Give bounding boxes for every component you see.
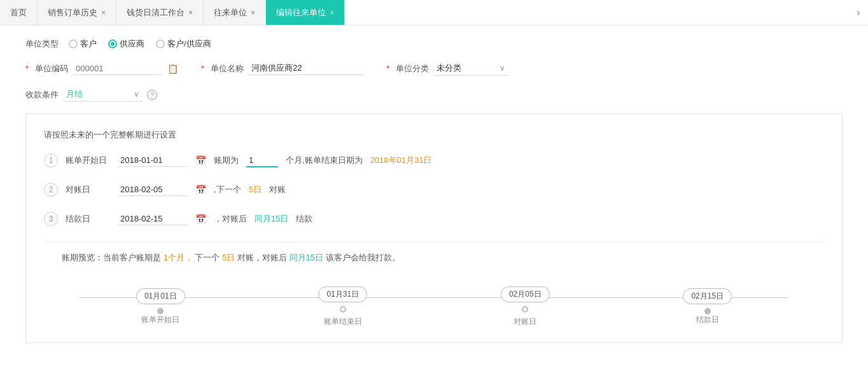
card-instruction: 请按照未来的一个完整帐期进行设置	[44, 129, 824, 141]
tl-pill-1: 01月31日	[318, 286, 367, 302]
unit-type-row: 单位类型 客户 供应商 客户/供应商	[25, 38, 843, 50]
tab-close-edit-partner[interactable]: ×	[330, 8, 334, 17]
preview-text1: 下一个	[195, 253, 220, 262]
preview-prefix: 账期预览：当前客户账期是	[62, 253, 161, 262]
tab-bar: 首页销售订单历史×钱货日清工作台×往来单位×编辑往来单位×›	[0, 0, 868, 25]
preview-highlight1: 1个月，	[164, 253, 193, 262]
unit-name-group: * 单位名称	[201, 62, 363, 75]
unit-code-input[interactable]	[73, 62, 162, 75]
required-star-code: *	[25, 64, 29, 73]
help-icon[interactable]: ?	[147, 90, 157, 100]
step-2-row: 2 对账日 📅 ,下一个 5日 对账	[44, 183, 824, 197]
tl-node-0: 01月01日 账单开始日	[69, 288, 252, 325]
step-1-num: 1	[44, 153, 58, 167]
radio-label-both: 客户/供应商	[167, 38, 211, 50]
classify-value: 未分类	[437, 62, 461, 74]
setting-card: 请按照未来的一个完整帐期进行设置 1 账单开始日 📅 账期为 个月,账单结束日期…	[25, 113, 843, 343]
tl-dot-2	[522, 306, 528, 313]
step-3-num: 3	[44, 212, 58, 226]
step-3-desc-highlight: 同月15日	[255, 213, 288, 225]
step-3-calendar-icon[interactable]: 📅	[195, 214, 206, 224]
required-star-classify: *	[386, 64, 389, 73]
payment-select[interactable]: 月结 ∨	[64, 87, 142, 102]
classify-arrow-icon: ∨	[500, 64, 505, 73]
tab-label-partner: 往来单位	[214, 7, 247, 18]
page-content: 单位类型 客户 供应商 客户/供应商 * 单位编码 📋 * 单位名称	[0, 25, 868, 387]
step-1-date-input[interactable]	[118, 154, 188, 167]
step-2-desc-suffix: 对账	[269, 184, 286, 195]
tab-more[interactable]: ›	[849, 0, 868, 25]
unit-name-input[interactable]	[249, 62, 363, 75]
tab-home[interactable]: 首页	[0, 0, 38, 25]
step-2-desc-prefix: ,下一个	[214, 184, 241, 195]
tl-dot-0	[157, 308, 164, 314]
step-1-period-input[interactable]	[246, 154, 278, 167]
tl-label-0: 账单开始日	[141, 314, 179, 325]
tab-label-home: 首页	[10, 7, 27, 18]
tab-close-partner[interactable]: ×	[251, 8, 255, 17]
tab-label-sales-history: 销售订单历史	[48, 7, 97, 18]
timeline: 01月01日 账单开始日 01月31日 账单结束日 02月05日 对账日 02月…	[44, 274, 824, 327]
step-1-label: 账单开始日	[66, 155, 110, 166]
step-2-calendar-icon[interactable]: 📅	[195, 185, 206, 195]
step-1-period-prefix: 账期为	[214, 155, 239, 166]
tl-pill-2: 02月05日	[501, 286, 550, 302]
tab-close-sales-history[interactable]: ×	[101, 8, 106, 17]
preview-text2: 对账，对账后	[237, 253, 287, 262]
preview-highlight2: 5日	[222, 253, 235, 262]
payment-row: 收款条件 月结 ∨ ?	[25, 87, 843, 102]
tab-cash-work[interactable]: 钱货日清工作台×	[116, 0, 204, 25]
radio-supplier[interactable]: 供应商	[108, 38, 144, 50]
unit-classify-group: * 单位分类 未分类 ∨	[386, 61, 508, 76]
radio-circle-supplier	[108, 39, 117, 48]
tab-label-edit-partner: 编辑往来单位	[276, 7, 326, 18]
tl-pill-0: 01月01日	[136, 288, 185, 304]
step-1-row: 1 账单开始日 📅 账期为 个月,账单结束日期为 2018年01月31日	[44, 153, 824, 167]
tl-dot-1	[340, 306, 346, 313]
tl-label-2: 对账日	[514, 316, 536, 327]
step-1-end-date: 2018年01月31日	[370, 155, 432, 166]
step-2-num: 2	[44, 183, 58, 197]
step-1-period-suffix: 个月,账单结束日期为	[286, 155, 363, 166]
preview-section: 账期预览：当前客户账期是 1个月， 下一个 5日 对账，对账后 同月15日 该客…	[44, 241, 824, 274]
radio-circle-both	[156, 39, 165, 48]
tl-dot-3	[704, 308, 711, 314]
unit-name-label: 单位名称	[211, 63, 244, 74]
step-2-desc-highlight: 5日	[249, 184, 262, 195]
step-1-calendar-icon[interactable]: 📅	[195, 155, 206, 165]
payment-label: 收款条件	[25, 89, 59, 101]
preview-suffix: 该客户会给我打款。	[326, 253, 400, 262]
step-3-date-input[interactable]	[118, 213, 188, 225]
tab-label-cash-work: 钱货日清工作台	[127, 7, 185, 18]
radio-customer[interactable]: 客户	[69, 38, 97, 50]
tl-label-3: 结款日	[696, 314, 719, 325]
tab-sales-history[interactable]: 销售订单历史×	[38, 0, 116, 25]
tl-pill-3: 02月15日	[683, 288, 732, 304]
classify-select[interactable]: 未分类 ∨	[434, 61, 508, 76]
tl-node-2: 02月05日 对账日	[434, 286, 617, 327]
step-3-label: 结款日	[66, 213, 110, 225]
tab-partner[interactable]: 往来单位×	[204, 0, 266, 25]
step-3-desc-suffix: 结款	[296, 213, 312, 225]
tl-node-3: 02月15日 结款日	[617, 288, 799, 325]
tab-close-cash-work[interactable]: ×	[188, 8, 193, 17]
step-2-date-input[interactable]	[118, 183, 188, 196]
required-star-name: *	[201, 64, 204, 73]
radio-label-supplier: 供应商	[120, 38, 144, 50]
step-2-label: 对账日	[66, 184, 110, 195]
preview-highlight3: 同月15日	[290, 253, 323, 262]
payment-value: 月结	[66, 88, 83, 100]
copy-icon[interactable]: 📋	[167, 64, 178, 74]
radio-group: 客户 供应商 客户/供应商	[69, 38, 211, 50]
unit-code-group: * 单位编码 📋	[25, 62, 178, 75]
radio-label-customer: 客户	[80, 38, 97, 50]
step-3-desc-prefix: ，对账后	[214, 213, 247, 225]
unit-classify-label: 单位分类	[396, 63, 429, 74]
tab-edit-partner[interactable]: 编辑往来单位×	[266, 0, 345, 25]
radio-both[interactable]: 客户/供应商	[156, 38, 211, 50]
tl-node-1: 01月31日 账单结束日	[252, 286, 435, 327]
radio-circle-customer	[69, 39, 78, 48]
unit-type-label: 单位类型	[25, 38, 59, 50]
unit-code-label: 单位编码	[35, 63, 68, 74]
unit-info-row: * 单位编码 📋 * 单位名称 * 单位分类 未分类 ∨	[25, 61, 843, 76]
